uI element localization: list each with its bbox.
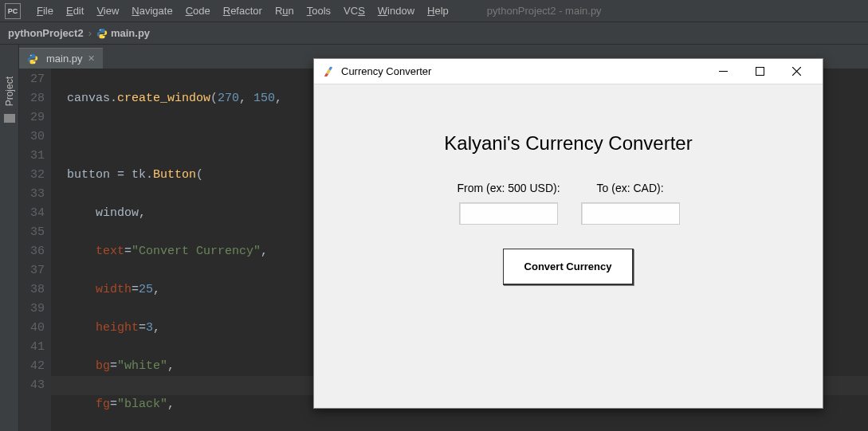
close-icon[interactable]: ✕	[88, 53, 95, 64]
tool-window-strip: Project	[0, 69, 19, 431]
svg-point-0	[100, 29, 100, 29]
menu-window[interactable]: Window	[371, 0, 421, 22]
breadcrumb: pythonProject2 › main.py	[0, 22, 868, 45]
svg-point-2	[30, 54, 31, 55]
code-editor[interactable]: 272829 303132 333435 363738 394041 4243 …	[19, 69, 868, 431]
toolwindow-project-label[interactable]: Project	[4, 76, 15, 106]
menu-vcs[interactable]: VCS	[337, 0, 371, 22]
tab-label: main.py	[46, 53, 83, 65]
window-title: pythonProject2 - main.py	[487, 5, 602, 17]
python-icon	[27, 53, 38, 65]
tab-main-py[interactable]: main.py ✕	[19, 48, 103, 69]
ide-logo: PC	[5, 3, 21, 19]
menu-tools[interactable]: Tools	[300, 0, 337, 22]
breadcrumb-project[interactable]: pythonProject2	[8, 27, 84, 39]
menu-refactor[interactable]: Refactor	[217, 0, 269, 22]
gutter: 272829 303132 333435 363738 394041 4243	[19, 69, 51, 431]
menu-run[interactable]: Run	[269, 0, 300, 22]
menu-file[interactable]: File	[30, 0, 60, 22]
menu-help[interactable]: Help	[421, 0, 455, 22]
python-icon	[96, 28, 108, 39]
toolwindow-strip-top	[0, 45, 19, 69]
breadcrumb-sep: ›	[88, 27, 92, 39]
svg-point-3	[33, 61, 34, 62]
menu-view[interactable]: View	[90, 0, 125, 22]
menu-code[interactable]: Code	[179, 0, 217, 22]
menu-bar: PC File Edit View Navigate Code Refactor…	[0, 0, 868, 22]
svg-point-1	[103, 36, 104, 37]
menu-navigate[interactable]: Navigate	[125, 0, 179, 22]
menu-edit[interactable]: Edit	[60, 0, 90, 22]
folder-icon	[4, 114, 15, 123]
breadcrumb-file[interactable]: main.py	[111, 27, 150, 39]
code-content[interactable]: canvas.create_window(270, 150, button = …	[51, 69, 868, 431]
